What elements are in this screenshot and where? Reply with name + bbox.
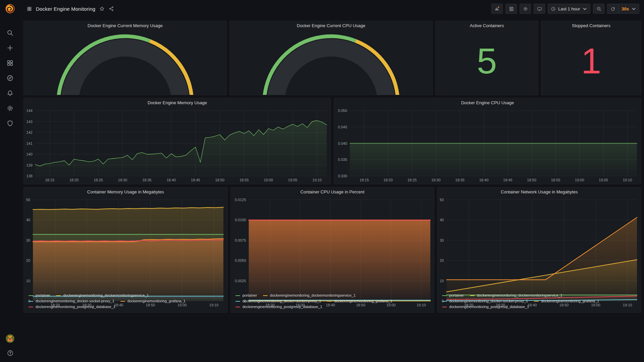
legend-series-label: portainer xyxy=(243,293,257,298)
svg-text:18:20: 18:20 xyxy=(383,178,393,182)
zoom-out-time-button[interactable] xyxy=(593,4,604,14)
legend-series-color xyxy=(470,295,475,296)
cycle-view-mode-button[interactable] xyxy=(534,4,545,14)
svg-text:0.035: 0.035 xyxy=(338,158,347,162)
add-panel-button[interactable] xyxy=(491,4,503,14)
svg-text:0.045: 0.045 xyxy=(338,125,347,129)
svg-text:18:25: 18:25 xyxy=(94,178,103,182)
panel-title[interactable]: Active Containers xyxy=(436,21,538,30)
help-icon[interactable] xyxy=(7,350,14,357)
legend-series-label: dockerenginemonitoring_docker-socket-pro… xyxy=(36,298,114,304)
star-icon[interactable] xyxy=(99,6,105,11)
memory-gauge[interactable]: 142 MB xyxy=(24,30,226,95)
panel-title[interactable]: Container Network Usage in Megabytes xyxy=(437,187,641,196)
explore-compass-icon[interactable] xyxy=(6,74,14,82)
user-avatar[interactable] xyxy=(6,334,14,343)
legend-item[interactable]: dockerenginemonitoring_docker-socket-pro… xyxy=(29,298,114,304)
legend-series-label: dockerenginemonitoring_docker-socket-pro… xyxy=(243,298,321,304)
alerting-bell-icon[interactable] xyxy=(6,89,14,97)
svg-text:18:45: 18:45 xyxy=(503,178,513,182)
legend-item[interactable]: dockerenginemonitoring_docker-socket-pro… xyxy=(442,298,528,304)
legend-series-color xyxy=(442,301,447,302)
svg-text:18:55: 18:55 xyxy=(551,178,560,182)
share-icon[interactable] xyxy=(109,6,114,11)
svg-text:18:30: 18:30 xyxy=(118,178,127,182)
legend-item[interactable]: dockerenginemonitoring_dockermonitorings… xyxy=(263,293,356,298)
legend-item[interactable]: portainer xyxy=(235,293,257,298)
svg-text:18:50: 18:50 xyxy=(215,178,224,182)
save-dashboard-button[interactable] xyxy=(505,4,517,14)
panel-container-memory: Container Memory Usage in Megabytes 0102… xyxy=(23,187,228,313)
legend-series-label: portainer xyxy=(449,293,464,298)
svg-text:0.040: 0.040 xyxy=(338,141,347,145)
sidebar xyxy=(0,0,20,362)
svg-text:19:00: 19:00 xyxy=(575,178,584,182)
svg-text:0.0100: 0.0100 xyxy=(235,218,246,222)
svg-text:20: 20 xyxy=(440,258,444,262)
panel-title[interactable]: Stopped Containers xyxy=(541,21,641,30)
svg-text:10: 10 xyxy=(440,279,444,283)
panel-title[interactable]: Docker Engine Memory Usage xyxy=(24,98,331,107)
legend-item[interactable]: dockerenginemonitoring_grafana_1 xyxy=(327,298,392,304)
legend-item[interactable]: portainer xyxy=(29,293,50,298)
legend-item[interactable]: portainer xyxy=(442,293,464,298)
panel-title[interactable]: Container Memory Usage in Megabytes xyxy=(24,187,227,196)
legend-item[interactable]: dockerenginemonitoring_docker-socket-pro… xyxy=(235,298,321,304)
svg-text:50: 50 xyxy=(440,198,444,202)
cpu-gauge[interactable]: 0.040% xyxy=(230,30,432,95)
create-plus-icon[interactable] xyxy=(6,44,14,52)
chevron-down-icon xyxy=(582,6,587,11)
svg-text:30: 30 xyxy=(440,238,444,242)
legend-series-label: dockerenginemonitoring_dockermonitorings… xyxy=(270,293,356,298)
search-icon[interactable] xyxy=(6,29,14,37)
legend-item[interactable]: dockerenginemonitoring_postgresql_databa… xyxy=(235,304,322,310)
refresh-button[interactable] xyxy=(607,4,619,14)
legend-series-label: portainer xyxy=(36,293,50,298)
legend-item[interactable]: dockerenginemonitoring_grafana_1 xyxy=(120,298,185,304)
legend-item[interactable]: dockerenginemonitoring_postgresql_databa… xyxy=(29,304,115,310)
dashboard-title[interactable]: Docker Engine Monitoring xyxy=(36,6,95,12)
svg-text:0.050: 0.050 xyxy=(338,109,347,113)
svg-text:0.0075: 0.0075 xyxy=(235,238,246,242)
legend-item[interactable]: dockerenginemonitoring_postgresql_databa… xyxy=(442,304,529,310)
server-admin-shield-icon[interactable] xyxy=(6,120,14,127)
svg-text:140: 140 xyxy=(26,152,32,156)
svg-text:30: 30 xyxy=(26,238,30,242)
legend-series-label: dockerenginemonitoring_docker-socket-pro… xyxy=(449,298,528,304)
legend-series-color xyxy=(442,307,447,307)
svg-text:138: 138 xyxy=(26,174,32,178)
svg-text:18:40: 18:40 xyxy=(167,178,176,182)
panel-engine-memory: Docker Engine Memory Usage 1381391401411… xyxy=(23,98,331,184)
time-range-picker[interactable]: Last 1 hour xyxy=(548,4,590,14)
legend-item[interactable]: dockerenginemonitoring_dockermonitorings… xyxy=(470,293,562,298)
legend-series-color xyxy=(263,295,268,296)
svg-text:18:35: 18:35 xyxy=(142,178,152,182)
dashboard-grid-icon[interactable] xyxy=(27,6,32,11)
legend-item[interactable]: dockerenginemonitoring_grafana_1 xyxy=(534,298,599,304)
dashboard-settings-button[interactable] xyxy=(520,4,531,14)
panel-title[interactable]: Docker Engine CPU Usage xyxy=(334,98,641,107)
svg-text:18:50: 18:50 xyxy=(527,178,536,182)
container-cpu-chart[interactable]: 00.00250.00500.00750.01000.012518:2018:3… xyxy=(231,196,434,292)
legend-series-label: dockerenginemonitoring_dockermonitorings… xyxy=(63,293,149,298)
configuration-gear-icon[interactable] xyxy=(6,105,14,112)
svg-text:0.0025: 0.0025 xyxy=(235,279,246,283)
container-memory-chart[interactable]: 0102030405018:2018:3018:4018:5019:0019:1… xyxy=(24,196,227,292)
grafana-logo-icon[interactable] xyxy=(4,3,16,14)
panel-container-cpu: Container CPU Usage in Percent 00.00250.… xyxy=(230,187,435,313)
panel-title[interactable]: Docker Engine Current CPU Usage xyxy=(230,21,432,30)
legend-item[interactable]: dockerenginemonitoring_dockermonitorings… xyxy=(56,293,149,298)
panel-title[interactable]: Docker Engine Current Memory Usage xyxy=(24,21,226,30)
container-network-chart[interactable]: 0102030405018:2018:3018:4018:5019:0019:1… xyxy=(437,196,641,292)
engine-cpu-chart[interactable]: 0.0300.0350.0400.0450.05018:1518:2018:25… xyxy=(334,107,641,184)
legend-series-color xyxy=(442,295,447,296)
dashboards-icon[interactable] xyxy=(6,59,14,67)
panel-active-containers: Active Containers 5 xyxy=(435,21,538,95)
refresh-interval-dropdown[interactable]: 30s xyxy=(619,4,639,14)
svg-text:40: 40 xyxy=(26,218,30,222)
svg-text:141: 141 xyxy=(26,141,32,145)
legend-series-label: dockerenginemonitoring_dockermonitorings… xyxy=(477,293,562,298)
engine-memory-chart[interactable]: 13813914014114214314418:1518:2018:2518:3… xyxy=(24,107,331,184)
dashboard-content: Docker Engine Current Memory Usage 142 M… xyxy=(20,17,644,315)
panel-title[interactable]: Container CPU Usage in Percent xyxy=(231,187,434,196)
